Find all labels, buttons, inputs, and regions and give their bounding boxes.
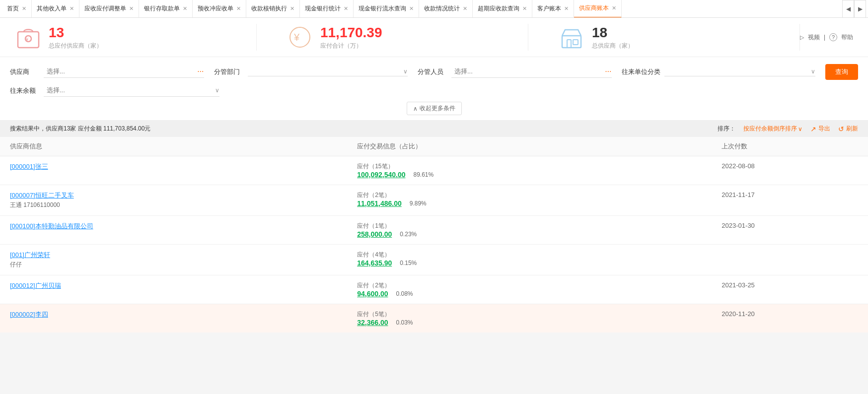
nav-tab-close-suppbook[interactable]: ✕ [612, 5, 616, 11]
nav-tab-close-adjust[interactable]: ✕ [129, 5, 134, 12]
nav-tab-close-recvstat[interactable]: ✕ [463, 5, 467, 12]
nav-tab-close-verify[interactable]: ✕ [290, 5, 294, 12]
supplier-link[interactable]: [001]广州荣轩 [10, 251, 50, 259]
dept-chevron-icon[interactable]: ∨ [403, 68, 408, 75]
table-body: [000001]张三应付（15笔）100,092,540.0089.61%202… [0, 156, 868, 333]
nav-tab-close-bank[interactable]: ✕ [183, 5, 187, 12]
refresh-button[interactable]: ↺ 刷新 [838, 125, 858, 133]
nav-tab-cashstat[interactable]: 现金银行统计✕ [300, 0, 354, 18]
nav-tab-label: 其他收入单 [37, 4, 67, 13]
nav-tab-close-cashstat[interactable]: ✕ [344, 5, 348, 12]
nav-tab-adjust[interactable]: 应收应付调整单✕ [79, 0, 139, 18]
nav-prev-arrow[interactable]: ◀ [842, 0, 854, 18]
balance-filter-input[interactable] [44, 85, 215, 95]
nav-next-arrow[interactable]: ▶ [854, 0, 866, 18]
tx-amount[interactable]: 164,635.90 [357, 259, 392, 267]
supplier-sub: 仔仔 [10, 261, 337, 269]
filter-category: 往来单位分类 ∨ [622, 67, 816, 76]
nav-tab-label: 银行存取款单 [144, 4, 180, 13]
refresh-label: 刷新 [846, 125, 858, 133]
nav-tab-close-custbook[interactable]: ✕ [564, 5, 569, 12]
export-button[interactable]: ↗ 导出 [810, 125, 830, 133]
nav-tab-close-prepay[interactable]: ✕ [236, 5, 241, 12]
tx-info-cell: 应付（15笔）100,092,540.0089.61% [347, 156, 712, 185]
tx-percent: 0.15% [400, 260, 417, 266]
filter-area: 供应商 ··· 分管部门 ∨ 分管人员 ··· 往来单位分类 [0, 57, 868, 121]
last-pay-cell: 2022-08-08 [712, 156, 868, 185]
person-dots-btn[interactable]: ··· [605, 67, 611, 76]
supplier-info-cell: [000100]本特勤油品有限公司 [0, 216, 347, 245]
supplier-filter-label: 供应商 [10, 67, 40, 76]
supplier-link[interactable]: [000002]李四 [10, 311, 48, 318]
nav-tab-close-income[interactable]: ✕ [70, 5, 74, 12]
payable-suppliers-count: 13 [49, 24, 102, 41]
nav-tab-close-cashflow[interactable]: ✕ [409, 5, 414, 12]
nav-tab-custbook[interactable]: 客户账本✕ [532, 0, 574, 18]
table-row: [000012]广州贝瑞应付（2笔）94,600.000.08%2021-03-… [0, 275, 868, 304]
supplier-link[interactable]: [000001]张三 [10, 163, 48, 170]
tx-amount[interactable]: 11,051,486.00 [357, 199, 402, 207]
supplier-dots-btn[interactable]: ··· [197, 67, 204, 76]
refresh-icon: ↺ [838, 125, 844, 133]
collapse-button[interactable]: ∧ 收起更多条件 [407, 102, 462, 115]
nav-tab-close-home[interactable]: ✕ [22, 5, 26, 12]
balance-chevron-icon[interactable]: ∨ [215, 87, 219, 94]
tx-label: 应付（2笔） [357, 191, 702, 199]
supplier-link[interactable]: [000007]恒旺二手叉车 [10, 192, 74, 199]
video-link[interactable]: 视频 [808, 33, 820, 42]
help-link[interactable]: 帮助 [841, 33, 853, 42]
table-row: [000007]恒旺二手叉车王通 17106110000应付（2笔）11,051… [0, 185, 868, 216]
nav-tab-prepay[interactable]: 预收冲应收单✕ [193, 0, 246, 18]
summary-card-payable-total: ¥ 11,170.39 应付合计（万） [257, 24, 528, 51]
payable-total-amount: 11,170.39 [320, 24, 382, 41]
tx-label: 应付（4笔） [357, 251, 702, 259]
collapse-label: 收起更多条件 [420, 104, 455, 113]
nav-tab-home[interactable]: 首页✕ [2, 0, 32, 18]
sort-prefix-label: 排序： [718, 125, 735, 133]
tx-info-cell: 应付（1笔）258,000.000.23% [347, 216, 712, 245]
table-row: [000002]李四应付（5笔）32,366.000.03%2020-11-20 [0, 304, 868, 333]
tx-amount[interactable]: 94,600.00 [357, 290, 388, 298]
category-chevron-icon[interactable]: ∨ [811, 68, 815, 75]
nav-tab-cashflow[interactable]: 现金银行流水查询✕ [354, 0, 419, 18]
tx-info-cell: 应付（4笔）164,635.900.15% [347, 245, 712, 275]
supplier-link[interactable]: [000100]本特勤油品有限公司 [10, 222, 93, 230]
table-row: [001]广州荣轩仔仔应付（4笔）164,635.900.15% [0, 245, 868, 275]
total-suppliers-count: 18 [592, 24, 634, 41]
nav-tab-bank[interactable]: 银行存取款单✕ [139, 0, 193, 18]
svg-text:¥: ¥ [293, 32, 300, 43]
tx-amount[interactable]: 32,366.00 [357, 319, 388, 327]
last-pay-cell: 2023-01-30 [712, 216, 868, 245]
person-filter-input[interactable] [451, 66, 605, 76]
tx-amount[interactable]: 100,092,540.00 [357, 171, 405, 179]
tx-percent: 9.89% [410, 200, 427, 207]
filter-row-2: 往来余额 ∨ [10, 85, 858, 97]
nav-tab-verify[interactable]: 收款核销执行✕ [246, 0, 300, 18]
summary-card-total-suppliers: 18 总供应商（家） [528, 24, 800, 51]
nav-tab-suppbook[interactable]: 供应商账本✕ [574, 0, 622, 18]
export-icon: ↗ [810, 125, 816, 133]
supplier-link[interactable]: [000012]广州贝瑞 [10, 282, 61, 289]
tx-percent: 0.03% [396, 319, 413, 326]
nav-tab-close-overdue[interactable]: ✕ [522, 5, 527, 12]
sort-select[interactable]: 按应付余额倒序排序 ∨ [743, 125, 802, 133]
table-header: 供应商信息 应付交易信息（占比） 上次付数 [0, 137, 868, 156]
nav-tab-label: 首页 [7, 4, 19, 13]
nav-tab-overdue[interactable]: 超期应收款查询✕ [473, 0, 532, 18]
supplier-filter-input[interactable] [44, 66, 197, 76]
last-pay-date: 2022-08-08 [722, 162, 755, 170]
query-button[interactable]: 查询 [825, 64, 858, 80]
supplier-sub: 王通 17106110000 [10, 201, 337, 209]
svg-point-3 [290, 27, 310, 47]
balance-filter-label: 往来余额 [10, 86, 40, 95]
tx-percent: 89.61% [414, 171, 434, 178]
nav-tab-income[interactable]: 其他收入单✕ [32, 0, 79, 18]
last-pay-date: 2021-11-17 [722, 191, 755, 198]
payable-total-label: 应付合计（万） [320, 42, 382, 50]
nav-tab-recvstat[interactable]: 收款情况统计✕ [419, 0, 473, 18]
nav-tab-label: 应收应付调整单 [84, 4, 126, 13]
last-pay-cell: 2020-11-20 [712, 304, 868, 333]
sort-label: 按应付余额倒序排序 [743, 125, 797, 133]
tx-amount[interactable]: 258,000.00 [357, 230, 392, 238]
filter-balance: 往来余额 ∨ [10, 85, 219, 97]
